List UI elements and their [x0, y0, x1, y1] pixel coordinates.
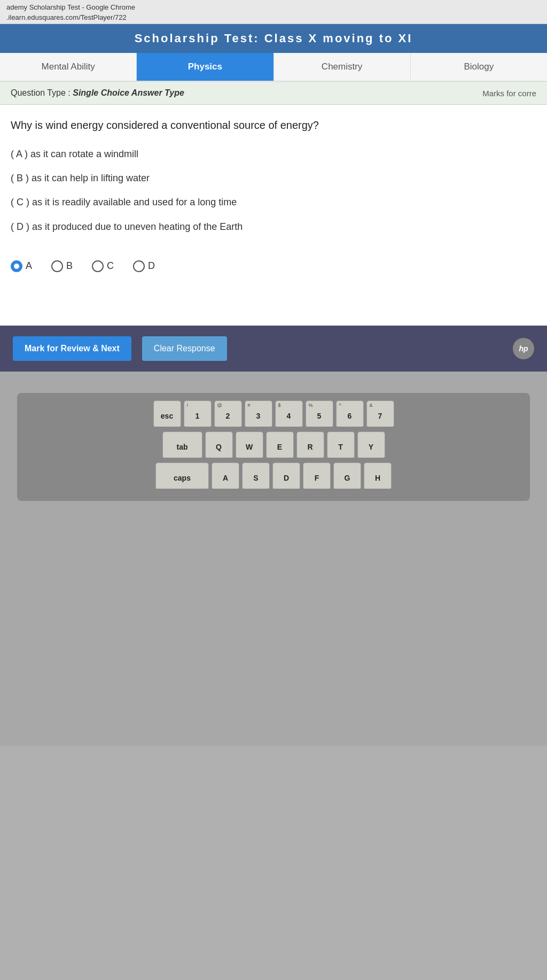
- key-r[interactable]: R: [296, 431, 324, 459]
- keyboard: esc !1 @2 #3 $4 %5 ^6 &7 tab Q W E R T Y…: [17, 393, 530, 501]
- key-d[interactable]: D: [272, 462, 300, 490]
- kb-row-1: esc !1 @2 #3 $4 %5 ^6 &7: [22, 400, 525, 428]
- tab-chemistry[interactable]: Chemistry: [274, 53, 411, 81]
- screen-content: Scholarship Test: Class X moving to XI M…: [0, 24, 547, 372]
- question-type-label: Question Type : Single Choice Answer Typ…: [11, 88, 184, 98]
- key-caps[interactable]: caps: [155, 462, 209, 490]
- answer-label-A: A: [26, 260, 32, 272]
- question-type-prefix: Question Type :: [11, 88, 73, 97]
- radio-C[interactable]: [92, 260, 104, 272]
- answer-option-A[interactable]: A: [11, 260, 32, 272]
- key-tab[interactable]: tab: [162, 431, 202, 459]
- key-2[interactable]: @2: [214, 400, 242, 428]
- key-7[interactable]: &7: [366, 400, 394, 428]
- question-section: Question Type : Single Choice Answer Typ…: [0, 82, 547, 372]
- answer-selection-row: A B C D: [0, 255, 547, 283]
- marks-label: Marks for corre: [482, 89, 536, 98]
- question-type-bar: Question Type : Single Choice Answer Typ…: [0, 82, 547, 105]
- option-D[interactable]: ( D ) as it produced due to uneven heati…: [11, 220, 536, 234]
- tab-mental-ability[interactable]: Mental Ability: [0, 53, 137, 81]
- key-3[interactable]: #3: [245, 400, 272, 428]
- header-title: Scholarship Test: Class X moving to XI: [11, 32, 536, 45]
- option-C[interactable]: ( C ) as it is readily available and use…: [11, 196, 536, 209]
- answer-option-B[interactable]: B: [51, 260, 73, 272]
- clear-response-button[interactable]: Clear Response: [142, 336, 227, 361]
- browser-chrome: ademy Scholarship Test - Google Chrome .…: [0, 0, 547, 24]
- answer-label-B: B: [66, 260, 73, 272]
- kb-row-3: caps A S D F G H: [22, 462, 525, 490]
- radio-D[interactable]: [133, 260, 145, 272]
- options-list: ( A ) as it can rotate a windmill ( B ) …: [11, 148, 536, 234]
- key-5[interactable]: %5: [306, 400, 333, 428]
- answer-option-C[interactable]: C: [92, 260, 114, 272]
- radio-B[interactable]: [51, 260, 63, 272]
- keyboard-area: esc !1 @2 #3 $4 %5 ^6 &7 tab Q W E R T Y…: [0, 372, 547, 746]
- key-h[interactable]: H: [364, 462, 392, 490]
- key-4[interactable]: $4: [275, 400, 303, 428]
- mark-review-button[interactable]: Mark for Review & Next: [13, 336, 131, 361]
- question-body: Why is wind energy considered a conventi…: [0, 105, 547, 255]
- key-esc[interactable]: esc: [153, 400, 181, 428]
- key-g[interactable]: G: [333, 462, 361, 490]
- browser-title: ademy Scholarship Test - Google Chrome: [6, 3, 541, 11]
- question-text: Why is wind energy considered a conventi…: [11, 118, 536, 133]
- answer-option-D[interactable]: D: [133, 260, 155, 272]
- key-6[interactable]: ^6: [336, 400, 364, 428]
- tabs-bar: Mental Ability Physics Chemistry Biology: [0, 53, 547, 82]
- browser-url: .ilearn.edusquares.com/TestPlayer/722: [6, 13, 541, 21]
- key-e[interactable]: E: [266, 431, 294, 459]
- tab-biology[interactable]: Biology: [411, 53, 547, 81]
- kb-row-2: tab Q W E R T Y: [22, 431, 525, 459]
- tab-physics[interactable]: Physics: [137, 53, 274, 81]
- key-y[interactable]: Y: [357, 431, 385, 459]
- key-w[interactable]: W: [236, 431, 263, 459]
- key-t[interactable]: T: [327, 431, 355, 459]
- key-q[interactable]: Q: [205, 431, 233, 459]
- page-header: Scholarship Test: Class X moving to XI: [0, 24, 547, 53]
- radio-A[interactable]: [11, 260, 22, 272]
- answer-label-C: C: [107, 260, 114, 272]
- key-1[interactable]: !1: [184, 400, 212, 428]
- option-A[interactable]: ( A ) as it can rotate a windmill: [11, 148, 536, 161]
- question-type-value: Single Choice Answer Type: [73, 88, 184, 97]
- key-s[interactable]: S: [242, 462, 270, 490]
- hp-logo: hp: [513, 338, 534, 359]
- key-a[interactable]: A: [212, 462, 239, 490]
- bottom-action-bar: Mark for Review & Next Clear Response hp: [0, 326, 547, 372]
- answer-label-D: D: [148, 260, 155, 272]
- key-f[interactable]: F: [303, 462, 331, 490]
- option-B[interactable]: ( B ) as it can help in lifting water: [11, 172, 536, 185]
